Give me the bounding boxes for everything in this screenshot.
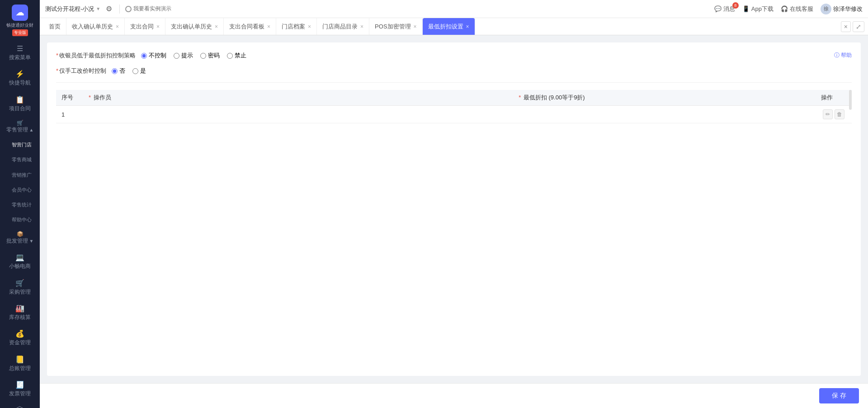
sidebar-item-ledger[interactable]: 📒 总账管理 — [0, 351, 40, 376]
radio-no-control-label: 不控制 — [149, 52, 166, 60]
page-footer: 保 存 — [40, 383, 868, 408]
sidebar-item-label: 零售统计 — [12, 202, 32, 208]
messages-button[interactable]: 💬 消息 8 — [714, 5, 735, 13]
sidebar-item-smart-store[interactable]: 智营门店 — [0, 137, 40, 152]
tab-home[interactable]: 首页 — [43, 18, 66, 35]
tab-min-discount-label: 最低折扣设置 — [428, 23, 463, 31]
inventory-icon: 🏭 — [15, 304, 24, 313]
tab-pos-lock[interactable]: POS加密管理 × — [369, 18, 422, 35]
app-download-button[interactable]: 📱 App下载 — [742, 5, 774, 13]
retail-icon: 🛒 — [17, 120, 24, 126]
expand-tab-button[interactable]: ⤢ — [853, 21, 864, 32]
radio-yes[interactable]: 是 — [132, 67, 146, 75]
scrollbar[interactable] — [849, 90, 852, 110]
phone-icon: 📱 — [742, 5, 750, 12]
radio-password[interactable]: 密码 — [200, 52, 220, 60]
radio-no-control[interactable]: 不控制 — [141, 52, 166, 60]
required-mark: * — [56, 67, 58, 74]
table-section: 序号 * 操作员 * 最低折扣 (9.00等于9折) 操作 — [56, 90, 852, 123]
tab-close-icon[interactable]: × — [215, 24, 218, 29]
ecommerce-icon: 💻 — [15, 253, 24, 262]
cell-action: ✏ 🗑 — [816, 106, 852, 123]
project-name: 测试分开花程-小况 — [45, 5, 94, 13]
content-area: ⓘ 帮助 *收银员低于最低折扣控制策略 不控制 提示 — [40, 35, 868, 383]
tab-store-file[interactable]: 门店档案 × — [276, 18, 317, 35]
tab-close-icon[interactable]: × — [414, 24, 417, 29]
demo-link[interactable]: 我要看实例演示 — [125, 5, 171, 13]
sidebar-item-purchase[interactable]: 🛒 采购管理 — [0, 274, 40, 300]
sidebar-item-quicknav[interactable]: ⚡ 快捷导航 — [0, 65, 40, 90]
tab-payment-board[interactable]: 支出合同看板 × — [224, 18, 276, 35]
sidebar-item-wholesale[interactable]: 📦 批发管理 ▼ — [0, 227, 40, 249]
sidebar-item-label: 项目合同 — [9, 105, 31, 112]
sidebar: ☁ 畅捷通好业财 专业版 ☰ 搜索菜单 ⚡ 快捷导航 📋 项目合同 🛒 零售管理… — [0, 0, 40, 408]
radio-ban[interactable]: 禁止 — [227, 52, 246, 60]
headset-icon: 🎧 — [781, 5, 788, 12]
sidebar-item-help[interactable]: 帮助中心 — [0, 212, 40, 227]
sidebar-item-retail-stat[interactable]: 零售统计 — [0, 197, 40, 212]
topbar: 测试分开花程-小况 ▼ ⚙ 我要看实例演示 💬 消息 8 📱 App下载 🎧 在… — [40, 0, 868, 18]
sidebar-item-marketing[interactable]: 营销推广 — [0, 168, 40, 183]
tab-close-icon[interactable]: × — [308, 24, 311, 29]
topbar-settings-button[interactable]: ⚙ — [104, 3, 114, 15]
edit-row-button[interactable]: ✏ — [823, 109, 833, 119]
sidebar-item-finance[interactable]: 💰 资金管理 — [0, 325, 40, 350]
support-button[interactable]: 🎧 在线客服 — [781, 5, 813, 13]
action-icons: ✏ 🗑 — [821, 109, 846, 119]
tab-min-discount[interactable]: 最低折扣设置 × — [423, 18, 475, 35]
radio-hint[interactable]: 提示 — [174, 52, 193, 60]
table-header-row: 序号 * 操作员 * 最低折扣 (9.00等于9折) 操作 — [56, 90, 852, 106]
close-tab-button[interactable]: × — [841, 21, 851, 32]
sidebar-item-invoice[interactable]: 🧾 发票管理 — [0, 376, 40, 401]
cashier-policy-radio-group: 不控制 提示 密码 禁止 — [141, 52, 246, 60]
project-selector[interactable]: 测试分开花程-小况 ▼ — [45, 5, 100, 13]
tab-close-icon[interactable]: × — [116, 24, 119, 29]
tab-income-confirm[interactable]: 收入确认单历史 × — [66, 18, 125, 35]
delete-row-button[interactable]: 🗑 — [835, 109, 844, 119]
tab-close-active-icon[interactable]: × — [466, 24, 469, 29]
manual-price-label: *仅手工改价时控制 — [56, 67, 106, 75]
tab-payment-board-label: 支出合同看板 — [229, 23, 264, 31]
radio-no-label: 否 — [119, 67, 125, 75]
page-card: ⓘ 帮助 *收银员低于最低折扣控制策略 不控制 提示 — [47, 42, 861, 376]
sidebar-item-inventory[interactable]: 🏭 库存核算 — [0, 300, 40, 325]
sidebar-item-retail[interactable]: 🛒 零售管理 ▲ — [0, 116, 40, 137]
chevron-down-icon: ▼ — [96, 6, 100, 11]
help-link[interactable]: ⓘ 帮助 — [834, 52, 852, 59]
sidebar-item-project[interactable]: 📋 项目合同 — [0, 91, 40, 116]
sidebar-item-tax[interactable]: 🏛 税务管理 — [0, 402, 40, 408]
tab-payment-contract-label: 支出合同 — [130, 23, 154, 31]
sidebar-item-member[interactable]: 会员中心 — [0, 183, 40, 197]
sidebar-item-label: 帮助中心 — [12, 217, 32, 223]
sidebar-item-ecommerce[interactable]: 💻 小畅电商 — [0, 249, 40, 274]
sidebar-item-retail-mall[interactable]: 零售商城 — [0, 152, 40, 167]
help-circle-icon: ⓘ — [834, 52, 840, 59]
sidebar-item-label: 快捷导航 — [9, 80, 31, 86]
discount-table: 序号 * 操作员 * 最低折扣 (9.00等于9折) 操作 — [56, 90, 852, 123]
tab-store-catalog[interactable]: 门店商品目录 × — [317, 18, 369, 35]
sidebar-item-label: 库存核算 — [9, 314, 31, 320]
sidebar-item-search[interactable]: ☰ 搜索菜单 — [0, 40, 40, 65]
radio-password-label: 密码 — [208, 52, 220, 60]
cell-min-discount — [513, 106, 816, 123]
tab-home-label: 首页 — [49, 23, 61, 31]
manual-price-row: *仅手工改价时控制 否 是 — [56, 67, 852, 75]
cashier-policy-label: *收银员低于最低折扣控制策略 — [56, 52, 136, 60]
cell-operator — [83, 106, 513, 123]
save-button[interactable]: 保 存 — [819, 388, 859, 403]
tab-payment-contract[interactable]: 支出合同 × — [125, 18, 165, 35]
tabs-bar: 首页 收入确认单历史 × 支出合同 × 支出确认单历史 × 支出合同看板 × 门… — [40, 18, 868, 35]
form-section: ⓘ 帮助 *收银员低于最低折扣控制策略 不控制 提示 — [56, 52, 852, 83]
radio-yes-label: 是 — [140, 67, 146, 75]
tab-close-icon[interactable]: × — [156, 24, 160, 29]
sidebar-item-label: 采购管理 — [9, 289, 31, 295]
tab-close-icon[interactable]: × — [267, 24, 270, 29]
radio-no[interactable]: 否 — [112, 67, 125, 75]
logo-text: 畅捷通好业财 — [6, 22, 33, 28]
edition-badge: 专业版 — [12, 29, 28, 36]
user-menu[interactable]: 徐 徐泽华修改 — [821, 4, 863, 14]
logo-icon: ☁ — [12, 5, 28, 21]
tab-payment-confirm[interactable]: 支出确认单历史 × — [165, 18, 224, 35]
ledger-icon: 📒 — [15, 355, 24, 364]
tab-close-icon[interactable]: × — [360, 24, 363, 29]
